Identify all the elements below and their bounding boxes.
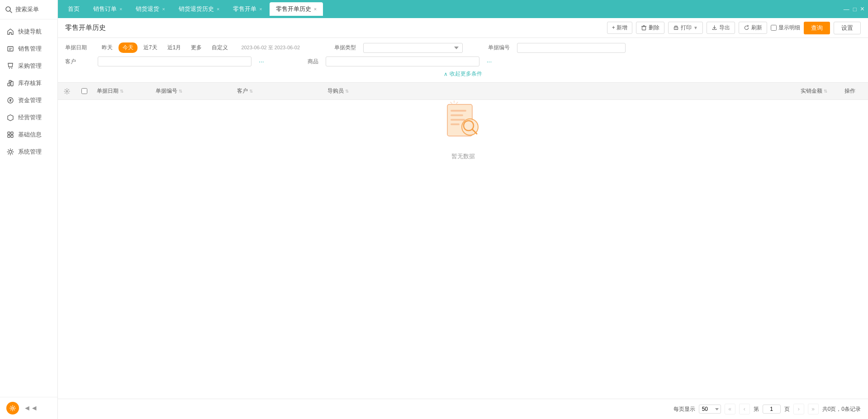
refresh-icon	[744, 25, 749, 31]
sidebar-item-label: 系统管理	[18, 148, 42, 156]
sidebar-item-finance[interactable]: 资金管理	[0, 92, 57, 109]
sidebar-item-sys-mgmt[interactable]: 系统管理	[0, 143, 57, 160]
th-guide[interactable]: 导购员 ⇅	[323, 87, 377, 95]
filter-row-1: 单据日期 昨天 今天 近7天 近1月 更多 自定义 2023-06-02 至 2…	[65, 42, 861, 53]
svg-rect-13	[8, 135, 10, 137]
tab-sales-return-history[interactable]: 销货退货历史 ×	[172, 2, 226, 16]
sidebar-search[interactable]: 搜索采单	[0, 0, 57, 19]
operations-icon	[6, 113, 14, 122]
svg-line-1	[10, 11, 12, 13]
tab-retail-open-history-label: 零售开单历史	[276, 5, 311, 13]
date-label: 单据日期	[65, 44, 90, 52]
content-area: 单据日期 ⇅ 单据编号 ⇅ 客户 ⇅ 导购员 ⇅ 实销金额 ⇅ 操作	[58, 83, 868, 419]
restore-btn[interactable]: □	[853, 6, 857, 13]
svg-rect-7	[8, 83, 10, 86]
sidebar-collapse-icon[interactable]: ◄◄	[24, 404, 38, 412]
doc-number-label: 单据编号	[488, 44, 510, 52]
last-page-btn[interactable]: »	[808, 404, 819, 414]
custom-btn[interactable]: 自定义	[208, 42, 232, 53]
th-customer[interactable]: 客户 ⇅	[232, 87, 323, 95]
doc-type-select[interactable]	[363, 43, 463, 53]
settings-footer-icon[interactable]	[6, 402, 19, 414]
svg-point-22	[66, 90, 68, 92]
add-button[interactable]: + 新增	[607, 22, 632, 34]
delete-icon	[641, 25, 647, 31]
sidebar-item-basic-info[interactable]: 基础信息	[0, 126, 57, 143]
collapse-button[interactable]: ∧ 收起更多条件	[65, 70, 861, 78]
product-input[interactable]	[326, 56, 479, 66]
th-date[interactable]: 单据日期 ⇅	[92, 87, 151, 95]
minimize-btn[interactable]: —	[844, 6, 849, 13]
export-button[interactable]: 导出	[707, 22, 735, 34]
per-page-label: 每页显示	[674, 405, 695, 413]
sidebar-item-purchase-mgmt[interactable]: 采购管理	[0, 57, 57, 75]
more-btn[interactable]: 更多	[187, 42, 206, 53]
tab-retail-open-history-close[interactable]: ×	[314, 6, 317, 12]
svg-rect-12	[11, 132, 13, 134]
print-button[interactable]: 打印 ▼	[668, 22, 703, 34]
display-detail-checkbox[interactable]: 显示明细	[771, 24, 800, 32]
tab-retail-open[interactable]: 零售开单 ×	[227, 2, 268, 16]
th-number[interactable]: 单据编号 ⇅	[151, 87, 232, 95]
last7-btn[interactable]: 近7天	[139, 42, 161, 53]
tab-sales-order-close[interactable]: ×	[119, 6, 122, 12]
today-btn[interactable]: 今天	[119, 42, 138, 53]
close-btn[interactable]: ×	[860, 5, 864, 13]
refresh-button[interactable]: 刷新	[739, 22, 767, 34]
tab-home[interactable]: 首页	[62, 2, 86, 16]
page-input[interactable]	[763, 405, 781, 414]
page-unit: 页	[784, 405, 790, 413]
yesterday-btn[interactable]: 昨天	[98, 42, 117, 53]
svg-rect-27	[451, 123, 460, 125]
delete-button[interactable]: 删除	[636, 22, 664, 34]
first-page-btn[interactable]: «	[725, 404, 735, 414]
finance-icon	[6, 96, 14, 104]
sidebar-search-label: 搜索采单	[15, 5, 39, 14]
prev-page-btn[interactable]: ‹	[739, 404, 750, 414]
display-detail-input[interactable]	[771, 25, 777, 31]
pagination: 每页显示 50 10 20 100 « ‹ 第 页 › » 共0页，0条记录	[58, 399, 868, 419]
number-sort-icon: ⇅	[179, 89, 182, 94]
th-amount[interactable]: 实销金额 ⇅	[778, 87, 832, 95]
tab-sales-return[interactable]: 销货退货 ×	[129, 2, 171, 16]
tab-home-label: 首页	[68, 5, 80, 13]
date-shortcuts: 昨天 今天 近7天 近1月 更多 自定义	[98, 42, 232, 53]
customer-input[interactable]	[98, 56, 251, 66]
query-button[interactable]: 查询	[804, 22, 830, 34]
total-records: 共0页，0条记录	[822, 405, 861, 413]
tab-sales-return-history-close[interactable]: ×	[217, 6, 219, 12]
doc-number-input[interactable]	[517, 43, 626, 53]
th-checkbox[interactable]	[76, 88, 92, 94]
print-label: 打印	[681, 24, 692, 32]
collapse-label: 收起更多条件	[450, 70, 482, 78]
per-page-select[interactable]: 50 10 20 100	[699, 405, 721, 414]
setting-button[interactable]: 设置	[834, 22, 861, 34]
guide-sort-icon: ⇅	[345, 89, 349, 94]
sidebar-item-inventory[interactable]: 库存核算	[0, 75, 57, 92]
page-title: 零售开单历史	[65, 24, 106, 32]
tab-sales-return-close[interactable]: ×	[162, 6, 165, 12]
svg-point-16	[12, 407, 14, 409]
tab-sales-order-label: 销售订单	[93, 5, 117, 13]
th-settings[interactable]	[58, 88, 76, 94]
sidebar: 搜索采单 快捷导航 销售管理	[0, 0, 58, 419]
sidebar-item-operations[interactable]: 经营管理	[0, 109, 57, 126]
export-label: 导出	[719, 24, 730, 32]
next-page-btn[interactable]: ›	[793, 404, 804, 414]
select-all-checkbox[interactable]	[81, 88, 87, 94]
sidebar-item-quick-nav[interactable]: 快捷导航	[0, 23, 57, 40]
sidebar-item-sales-mgmt[interactable]: 销售管理	[0, 40, 57, 57]
last-month-btn[interactable]: 近1月	[163, 42, 185, 53]
tab-retail-open-history[interactable]: 零售开单历史 ×	[270, 2, 323, 16]
product-dots[interactable]: ···	[487, 58, 492, 65]
window-controls: — □ ×	[844, 5, 864, 13]
top-nav: 首页 销售订单 × 销货退货 × 销货退货历史 × 零售开单 × 零售开单历史 …	[58, 0, 868, 18]
customer-sort-icon: ⇅	[249, 89, 253, 94]
export-icon	[711, 25, 717, 31]
table-body: 暂无数据	[58, 100, 868, 399]
tab-sales-order[interactable]: 销售订单 ×	[87, 2, 128, 16]
customer-dots[interactable]: ···	[259, 58, 264, 65]
svg-point-5	[9, 68, 10, 69]
th-number-label: 单据编号	[156, 87, 177, 95]
tab-retail-open-close[interactable]: ×	[259, 6, 262, 12]
